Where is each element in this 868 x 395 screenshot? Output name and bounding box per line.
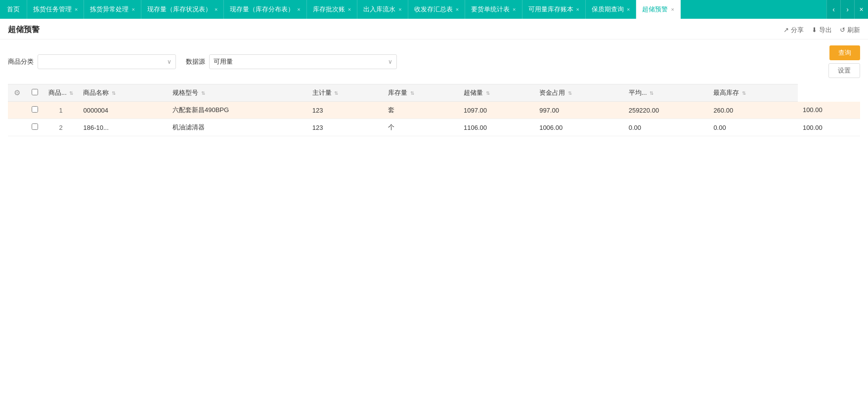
sort-unit-icon[interactable]: ⇅	[334, 90, 338, 96]
table-row: 1 0000004 六配套新昌490BPG 123 套 1097.00 997.…	[8, 102, 860, 119]
nav-tab-order-stat[interactable]: 要货单统计表×	[465, 0, 522, 19]
nav-tab-stock-dist[interactable]: 现存量（库存分布表）×	[224, 0, 306, 19]
setting-button[interactable]: 设置	[828, 63, 860, 78]
filter-actions: 查询 设置	[828, 45, 860, 78]
nav-tab-label: 现存量（库存分布表）	[230, 5, 294, 14]
sort-maxstock-icon[interactable]: ⇅	[742, 90, 746, 96]
sort-overstock-icon[interactable]: ⇅	[486, 90, 490, 96]
nav-tab-close-abnormal[interactable]: ×	[131, 6, 134, 12]
row-spec: 123	[307, 102, 383, 119]
nav-tab-close-quality[interactable]: ×	[627, 6, 630, 12]
share-icon: ↗	[783, 26, 789, 34]
nav-tab-close-stock-status[interactable]: ×	[215, 6, 217, 12]
sort-product-name-icon[interactable]: ⇅	[112, 90, 116, 96]
category-filter: 商品分类 ∨	[8, 54, 176, 69]
col-stock-header: 库存量 ⇅	[383, 84, 459, 102]
row-avg: 0.00	[708, 119, 798, 136]
nav-close-arrow[interactable]: ×	[854, 0, 868, 19]
row-maxstock: 100.00	[798, 102, 860, 119]
row-checkbox-0[interactable]	[32, 106, 38, 113]
nav-tab-label: 可用量库存账本	[528, 5, 573, 14]
datasource-select[interactable]: 可用量 ∨	[209, 54, 397, 69]
nav-tab-close-order-stat[interactable]: ×	[513, 6, 516, 12]
row-product-name: 机油滤清器	[168, 119, 307, 136]
query-button[interactable]: 查询	[829, 45, 860, 60]
row-product-code: 0000004	[78, 102, 168, 119]
nav-tab-close-task[interactable]: ×	[75, 6, 78, 12]
export-button[interactable]: ⬇ 导出	[812, 26, 832, 35]
nav-tab-close-overstock[interactable]: ×	[671, 6, 674, 12]
nav-right-arrow[interactable]: ›	[840, 0, 854, 19]
nav-tab-quality[interactable]: 保质期查询×	[586, 0, 636, 19]
row-overstock: 997.00	[534, 102, 624, 119]
nav-tab-label: 拣货任务管理	[33, 5, 72, 14]
page-header: 超储预警 ↗ 分享 ⬇ 导出 ↺ 刷新	[0, 19, 868, 40]
filter-bar: 商品分类 ∨ 数据源 可用量 ∨ 查询 设置	[0, 40, 868, 84]
category-label: 商品分类	[8, 57, 34, 66]
row-gear-cell	[8, 119, 26, 136]
table-row: 2 186-10... 机油滤清器 123 个 1106.00 1006.00 …	[8, 119, 860, 136]
nav-left-arrow[interactable]: ‹	[826, 0, 840, 19]
nav-tab-label: 库存批次账	[313, 5, 345, 14]
row-gear-cell	[8, 102, 26, 119]
col-gear: ⚙	[8, 84, 26, 102]
nav-tab-collect[interactable]: 收发存汇总表×	[408, 0, 465, 19]
row-overstock: 1006.00	[534, 119, 624, 136]
nav-tab-stock-status[interactable]: 现存量（库存状况表）×	[141, 0, 224, 19]
sort-spec-icon[interactable]: ⇅	[201, 90, 205, 96]
nav-tab-label: 首页	[7, 5, 20, 14]
row-unit: 套	[383, 102, 459, 119]
nav-tab-close-stock-batch[interactable]: ×	[348, 6, 351, 12]
nav-tab-stock-batch[interactable]: 库存批次账×	[307, 0, 357, 19]
select-all-checkbox[interactable]	[32, 89, 38, 95]
row-num: 1	[43, 102, 78, 119]
nav-tab-label: 出入库流水	[363, 5, 395, 14]
category-select[interactable]: ∨	[38, 54, 176, 69]
row-avg: 260.00	[708, 102, 798, 119]
nav-tab-home[interactable]: 首页	[0, 0, 27, 19]
row-checkbox-1[interactable]	[32, 123, 38, 130]
table-header-row: ⚙ 商品... ⇅ 商品名称 ⇅ 规格型号 ⇅ 主计量	[8, 84, 860, 102]
category-chevron-icon: ∨	[167, 58, 172, 65]
row-maxstock: 100.00	[798, 119, 860, 136]
datasource-chevron-icon: ∨	[388, 58, 392, 65]
datasource-label: 数据源	[186, 57, 205, 66]
nav-tab-close-inout-flow[interactable]: ×	[398, 6, 401, 12]
nav-tab-task[interactable]: 拣货任务管理×	[27, 0, 84, 19]
nav-tab-label: 收发存汇总表	[414, 5, 453, 14]
refresh-icon: ↺	[840, 26, 845, 34]
sort-product-code-icon[interactable]: ⇅	[69, 90, 73, 96]
sort-stock-icon[interactable]: ⇅	[410, 90, 414, 96]
nav-tab-inout-flow[interactable]: 出入库流水×	[357, 0, 408, 19]
col-product-code-header: 商品... ⇅	[43, 84, 78, 102]
sort-avg-icon[interactable]: ⇅	[650, 90, 653, 96]
nav-tab-label: 要货单统计表	[471, 5, 510, 14]
nav-tab-overstock[interactable]: 超储预警×	[636, 0, 680, 19]
col-overstock-header: 超储量 ⇅	[459, 84, 534, 102]
row-spec: 123	[307, 119, 383, 136]
share-button[interactable]: ↗ 分享	[783, 26, 804, 35]
col-spec-header: 规格型号 ⇅	[168, 84, 307, 102]
col-maxstock-header: 最高库存 ⇅	[708, 84, 798, 102]
nav-tab-close-avail-stock[interactable]: ×	[576, 6, 579, 12]
nav-tab-avail-stock[interactable]: 可用量库存账本×	[522, 0, 586, 19]
row-product-code: 186-10...	[78, 119, 168, 136]
nav-tab-close-collect[interactable]: ×	[456, 6, 459, 12]
export-icon: ⬇	[812, 26, 817, 34]
row-num: 2	[43, 119, 78, 136]
nav-tab-label: 保质期查询	[592, 5, 624, 14]
row-stock: 1097.00	[459, 102, 534, 119]
row-checkbox-cell	[26, 119, 43, 136]
datasource-select-value: 可用量	[214, 57, 233, 66]
col-unit-header: 主计量 ⇅	[307, 84, 383, 102]
data-table: ⚙ 商品... ⇅ 商品名称 ⇅ 规格型号 ⇅ 主计量	[8, 84, 860, 136]
row-capital: 259220.00	[624, 102, 709, 119]
nav-tab-close-stock-dist[interactable]: ×	[297, 6, 300, 12]
row-capital: 0.00	[624, 119, 709, 136]
column-settings-button[interactable]: ⚙	[14, 88, 20, 97]
nav-arrows: ‹ › ×	[826, 0, 868, 19]
sort-capital-icon[interactable]: ⇅	[568, 90, 572, 96]
nav-tab-abnormal[interactable]: 拣货异常处理×	[84, 0, 141, 19]
refresh-button[interactable]: ↺ 刷新	[840, 26, 860, 35]
top-nav: 首页拣货任务管理×拣货异常处理×现存量（库存状况表）×现存量（库存分布表）×库存…	[0, 0, 868, 19]
